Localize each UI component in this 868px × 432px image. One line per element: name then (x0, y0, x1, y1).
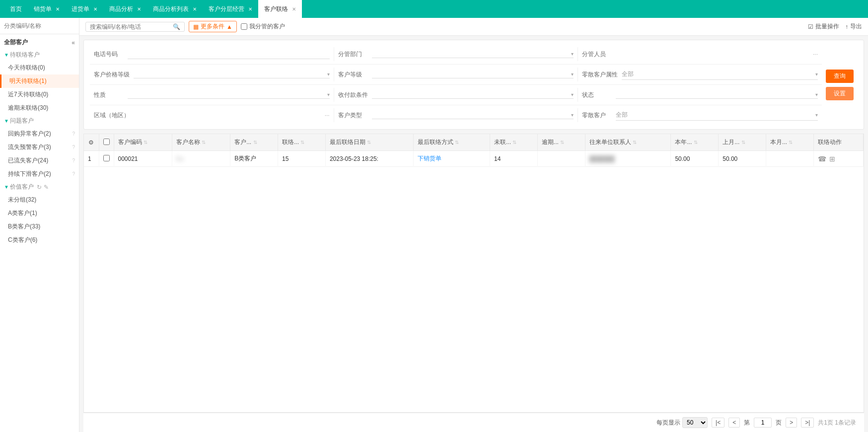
sort-icon-this-month: ⇅ (789, 140, 793, 145)
sidebar-item-repurchase-anomaly[interactable]: 回购异常客户(2) ? (0, 127, 79, 141)
sidebar-item-churn-warning[interactable]: 流失预警客户(3) ? (0, 141, 79, 154)
customer-table: ⚙ 客户编码 ⇅ 客户名称 ⇅ 客户... ⇅ 联络... ⇅ 最后联络日期 ⇅… (84, 134, 864, 167)
filter-select-scatter-attr[interactable]: 全部 ▾ (622, 69, 818, 80)
sidebar-search-input[interactable] (4, 22, 78, 29)
sidebar-item-overdue-contact[interactable]: 逾期未联络(30) (0, 101, 79, 115)
sidebar-item-tomorrow-contact[interactable]: 明天待联络(1) (0, 74, 79, 88)
filter-input-phone[interactable] (128, 50, 330, 59)
bulk-action-button[interactable]: ☑ 批量操作 (808, 22, 839, 31)
close-sales-order-icon[interactable]: ✕ (56, 6, 60, 12)
sidebar-item-ungrouped[interactable]: 未分组(32) (0, 193, 79, 207)
filter-select-customer-type[interactable]: ▾ (372, 111, 574, 119)
sort-icon-contact: ⇅ (300, 140, 304, 145)
filter-select-status[interactable]: ▾ (616, 91, 818, 99)
th-name[interactable]: 客户名称 ⇅ (172, 134, 230, 151)
cell-last-method[interactable]: 下销货单 (413, 151, 490, 167)
help-icon-1[interactable]: ? (72, 131, 75, 137)
main-search-input[interactable] (90, 23, 170, 30)
close-product-analysis-list-icon[interactable]: ✕ (193, 6, 197, 12)
last-page-button[interactable]: >| (801, 418, 814, 428)
close-product-analysis-icon[interactable]: ✕ (137, 6, 141, 12)
my-customers-checkbox-container[interactable]: 我分管的客户 (241, 22, 285, 31)
row-checkbox[interactable] (103, 155, 110, 161)
chevron-down-icon-payment: ▾ (571, 92, 574, 97)
sidebar-item-today-contact[interactable]: 今天待联络(0) (0, 61, 79, 74)
sidebar-item-declining[interactable]: 持续下滑客户(2) ? (0, 167, 79, 181)
dots-icon-person[interactable]: ··· (813, 51, 818, 58)
nav-product-analysis[interactable]: 商品分析 ✕ (103, 0, 147, 18)
th-type[interactable]: 客户... ⇅ (230, 134, 278, 151)
help-icon-4[interactable]: ? (72, 171, 75, 177)
filter-cell-grade: 客户等级 ▾ (334, 68, 579, 81)
cell-code: 000021 (114, 151, 172, 167)
filter-select-grade[interactable]: ▾ (372, 71, 574, 78)
cell-checkbox[interactable] (99, 151, 114, 167)
sort-icon-no-contact: ⇅ (512, 140, 516, 145)
sidebar-item-class-c[interactable]: C类客户(6) (0, 233, 79, 247)
close-purchase-order-icon[interactable]: ✕ (93, 6, 97, 12)
refresh-icon[interactable]: ↻ (37, 184, 42, 191)
filter-cell-customer-type: 客户类型 ▾ (334, 108, 579, 122)
chevron-down-icon-price-grade: ▾ (327, 72, 330, 77)
nav-purchase-order[interactable]: 进货单 ✕ (66, 0, 103, 18)
th-overdue[interactable]: 逾期... ⇅ (537, 134, 585, 151)
th-last-method[interactable]: 最后联络方式 ⇅ (413, 134, 490, 151)
th-checkbox[interactable] (99, 134, 114, 151)
action-grid-icon[interactable]: ⊞ (829, 155, 835, 163)
nav-sales-order[interactable]: 销货单 ✕ (28, 0, 66, 18)
first-page-button[interactable]: |< (712, 418, 724, 428)
close-customer-tier-icon[interactable]: ✕ (248, 6, 252, 12)
th-this-month[interactable]: 本月... ⇅ (766, 134, 814, 151)
prev-page-button[interactable]: < (728, 418, 740, 428)
nav-customer-contact[interactable]: 客户联络 ✕ (258, 0, 302, 18)
filter-select-payment[interactable]: ▾ (372, 91, 574, 99)
help-icon-3[interactable]: ? (72, 158, 75, 163)
my-customers-checkbox[interactable] (241, 23, 247, 30)
main-search-icon[interactable]: 🔍 (173, 23, 180, 30)
select-all-checkbox[interactable] (103, 139, 110, 145)
th-last-month[interactable]: 上月... ⇅ (719, 134, 766, 151)
th-last-date[interactable]: 最后联络日期 ⇅ (325, 134, 413, 151)
th-action[interactable]: 联络动作 (813, 134, 863, 151)
th-code[interactable]: 客户编码 ⇅ (114, 134, 172, 151)
edit-icon[interactable]: ✎ (44, 184, 49, 191)
th-contact-person[interactable]: 往来单位联系人 ⇅ (585, 134, 671, 151)
chevron-down-icon-scatter-customer: ▾ (815, 112, 818, 118)
action-phone-icon[interactable]: ☎ (818, 155, 826, 163)
last-method-link[interactable]: 下销货单 (418, 155, 441, 162)
th-this-year[interactable]: 本年... ⇅ (671, 134, 719, 151)
more-filters-button[interactable]: ▦ 更多条件 ▲ (189, 21, 237, 32)
sidebar-item-class-a[interactable]: A类客户(1) (0, 207, 79, 220)
content-area: 🔍 ▦ 更多条件 ▲ 我分管的客户 ☑ 批量操作 ↑ 导出 (79, 18, 868, 432)
filter-panel: 电话号码 分管部门 ▾ 分管人员 (83, 40, 864, 130)
page-input[interactable] (754, 418, 772, 428)
sidebar-all-customers[interactable]: 全部客户 « (0, 34, 79, 49)
main-layout: 🔍 全部客户 « ▼ 待联络客户 今天待联络(0) 明天待联络(1) 近7天待联… (0, 18, 868, 432)
nav-customer-tier[interactable]: 客户分层经营 ✕ (203, 0, 258, 18)
th-contact-count[interactable]: 联络... ⇅ (278, 134, 326, 151)
filter-select-dept[interactable]: ▾ (372, 50, 574, 58)
action-icons-container: ☎ ⊞ (818, 155, 859, 163)
dots-icon-region[interactable]: ··· (325, 112, 330, 119)
filter-select-price-grade[interactable]: ▾ (134, 71, 330, 78)
sidebar-item-churned[interactable]: 已流失客户(24) ? (0, 154, 79, 167)
page-size-select[interactable]: 50 100 200 (682, 417, 708, 428)
th-settings[interactable]: ⚙ (84, 134, 99, 151)
filter-select-nature[interactable]: ▾ (128, 91, 330, 99)
setting-button[interactable]: 设置 (826, 87, 854, 100)
next-page-button[interactable]: > (786, 418, 797, 428)
filter-cell-phone: 电话号码 (90, 47, 334, 61)
close-customer-contact-icon[interactable]: ✕ (292, 6, 296, 12)
filter-select-scatter-customer[interactable]: 全部 ▾ (616, 110, 818, 121)
sidebar-item-class-b[interactable]: B类客户(33) (0, 220, 79, 233)
sidebar-item-week-contact[interactable]: 近7天待联络(0) (0, 88, 79, 101)
th-no-contact[interactable]: 未联... ⇅ (490, 134, 538, 151)
nav-product-analysis-list[interactable]: 商品分析列表 ✕ (147, 0, 203, 18)
filter-cell-price-grade: 客户价格等级 ▾ (90, 68, 334, 81)
sidebar: 🔍 全部客户 « ▼ 待联络客户 今天待联络(0) 明天待联络(1) 近7天待联… (0, 18, 79, 432)
export-icon: ↑ (845, 23, 848, 30)
help-icon-2[interactable]: ? (72, 144, 75, 150)
export-button[interactable]: ↑ 导出 (845, 22, 862, 31)
query-button[interactable]: 查询 (826, 70, 854, 83)
nav-home[interactable]: 首页 (4, 0, 28, 18)
